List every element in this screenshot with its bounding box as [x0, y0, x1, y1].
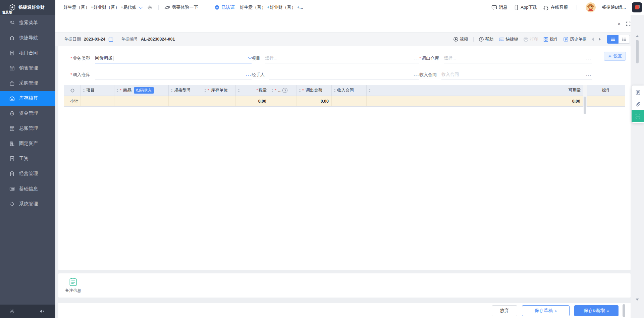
sidebar-item-system[interactable]: 系统管理	[0, 197, 55, 211]
header-project[interactable]: 项目	[81, 85, 114, 96]
print-button[interactable]: 打印	[523, 37, 538, 42]
close-tabs-icon[interactable]: ×	[618, 21, 621, 26]
sort-icon[interactable]	[116, 89, 118, 92]
sort-icon[interactable]	[271, 89, 273, 92]
sidebar-item-purchase[interactable]: 采购管理	[0, 76, 55, 91]
settings-button[interactable]: 设置	[604, 52, 626, 61]
calendar-icon[interactable]	[108, 37, 113, 42]
scan-input-button[interactable]: 扫码录入	[134, 87, 154, 94]
sort-icon[interactable]	[171, 89, 173, 92]
certified-badge[interactable]: 已认证	[214, 4, 234, 10]
header-goods[interactable]: * 商品 扫码录入	[114, 85, 169, 96]
sidebar-item-ledger[interactable]: ¥ 总账管理	[0, 121, 55, 136]
doc-no-value[interactable]: AL-20230324-001	[141, 37, 175, 42]
header-price[interactable]: * ... ?	[269, 85, 297, 96]
text-cursor	[113, 56, 113, 61]
more-options-icon[interactable]: ...	[414, 57, 419, 59]
scrollbar-thumb[interactable]	[636, 40, 639, 63]
in-warehouse-select[interactable]: ...	[95, 69, 252, 80]
online-service-button[interactable]: 在线客服	[543, 4, 568, 10]
building-icon	[9, 141, 15, 147]
more-options-icon[interactable]: ...	[586, 57, 592, 59]
more-options-icon[interactable]: ...	[246, 73, 252, 75]
scrollbar-thumb[interactable]	[584, 97, 586, 114]
sort-icon[interactable]	[238, 89, 240, 92]
save-draft-button[interactable]: 保存草稿∧	[522, 305, 570, 316]
fullscreen-icon[interactable]	[626, 21, 631, 26]
scan-tool-icon[interactable]	[632, 110, 644, 122]
more-options-icon[interactable]: ...	[586, 73, 592, 75]
user-name[interactable]: 畅捷通B组...	[602, 4, 626, 10]
history-button[interactable]: 历史单据	[563, 37, 587, 42]
app-title: 畅捷通好业财	[18, 4, 45, 10]
user-avatar[interactable]	[586, 2, 596, 12]
save-and-new-button[interactable]: 保存&新增∧	[574, 305, 619, 316]
column-settings-gear-icon[interactable]	[64, 85, 81, 96]
sidebar-item-basic-info[interactable]: 基础信息	[0, 181, 55, 196]
phone-icon	[514, 5, 519, 10]
help-icon[interactable]: ?	[282, 88, 287, 93]
sort-icon[interactable]	[334, 89, 336, 92]
field-out-warehouse: *调出仓库 选择... ...	[419, 53, 625, 63]
sort-icon[interactable]	[299, 89, 301, 92]
corner-widget-icon[interactable]	[632, 2, 642, 12]
hotkeys-button[interactable]: 快捷键	[499, 37, 519, 42]
prev-doc-icon[interactable]	[592, 38, 594, 41]
sort-icon[interactable]	[83, 89, 85, 92]
video-button[interactable]: 视频	[453, 37, 468, 42]
remark-label-block: 备注信息	[58, 276, 88, 295]
income-contract-select[interactable]: 收入合同 ...	[441, 69, 592, 80]
chevron-down-icon[interactable]	[139, 5, 143, 9]
table-scrollbar[interactable]	[583, 85, 587, 107]
sort-icon[interactable]	[204, 89, 206, 92]
tab-tools: ×	[612, 20, 631, 28]
sidebar-item-funds[interactable]: ¥ 资金管理	[0, 106, 55, 121]
shield-icon	[214, 5, 220, 10]
help-button[interactable]: ? 帮助	[479, 37, 494, 42]
subtotal-qty: 0.00	[236, 96, 269, 106]
app-download-button[interactable]: App下载	[514, 4, 537, 10]
settings-gear-icon[interactable]	[9, 309, 15, 314]
sidebar-item-business[interactable]: 经营管理	[0, 166, 55, 181]
experience-link[interactable]: 我要体验一下	[164, 4, 198, 10]
scrollbar-thumb[interactable]	[623, 304, 625, 317]
sort-icon[interactable]	[369, 89, 371, 92]
header-qty[interactable]: *数量	[236, 85, 269, 96]
doc-date-value[interactable]: 2023-03-24	[84, 37, 105, 42]
header-contract[interactable]: 收入合同	[332, 85, 367, 96]
biz-type-select[interactable]: 同价调拨	[95, 53, 252, 63]
sidebar-item-project-contract[interactable]: 项目合同	[0, 46, 55, 60]
operations-button[interactable]: 操作	[543, 37, 558, 42]
next-doc-icon[interactable]	[599, 38, 601, 41]
announcement-speaker-icon[interactable]	[39, 309, 45, 314]
header-spec[interactable]: 规格型号	[169, 85, 202, 96]
messages-button[interactable]: 消息	[491, 4, 507, 10]
more-options-icon[interactable]: ...	[414, 73, 419, 75]
sidebar-item-payroll[interactable]: 工资	[0, 151, 55, 166]
warehouse-icon	[9, 95, 15, 101]
out-warehouse-select[interactable]: 选择... ...	[444, 53, 592, 63]
sidebar-item-sales[interactable]: $ 销售管理	[0, 61, 55, 75]
sidebar-item-search-menu[interactable]: 搜索菜单	[0, 15, 55, 30]
detail-view-button[interactable]	[619, 35, 630, 44]
gear-icon[interactable]	[147, 5, 153, 10]
attachment-paperclip-icon[interactable]	[632, 98, 644, 110]
tab-bar: ×	[55, 15, 644, 33]
sidebar-item-inventory[interactable]: 库存核算	[0, 91, 55, 106]
scroll-down-icon[interactable]	[636, 299, 639, 301]
project-select[interactable]: 选择... ...	[265, 53, 419, 63]
sidebar-item-fixed-assets[interactable]: 固定资产	[0, 136, 55, 151]
header-unit[interactable]: * 库存单位	[202, 85, 236, 96]
required-marker: *	[302, 88, 304, 93]
svg-text:¥: ¥	[11, 112, 13, 115]
sidebar-item-quick-nav[interactable]: 快捷导航	[0, 31, 55, 45]
list-view-button[interactable]	[607, 35, 619, 44]
handler-select[interactable]: ...	[269, 69, 419, 80]
header-available[interactable]: 可用量	[367, 85, 583, 96]
scroll-up-icon[interactable]	[636, 35, 639, 37]
cancel-button[interactable]: 放弃	[492, 305, 517, 316]
product-selector[interactable]: 好生意（普） +好业财（普） +易代账	[63, 4, 136, 10]
remark-input[interactable]	[96, 280, 514, 291]
header-amount[interactable]: * 调出金额	[297, 85, 332, 96]
related-docs-icon[interactable]	[632, 87, 644, 98]
